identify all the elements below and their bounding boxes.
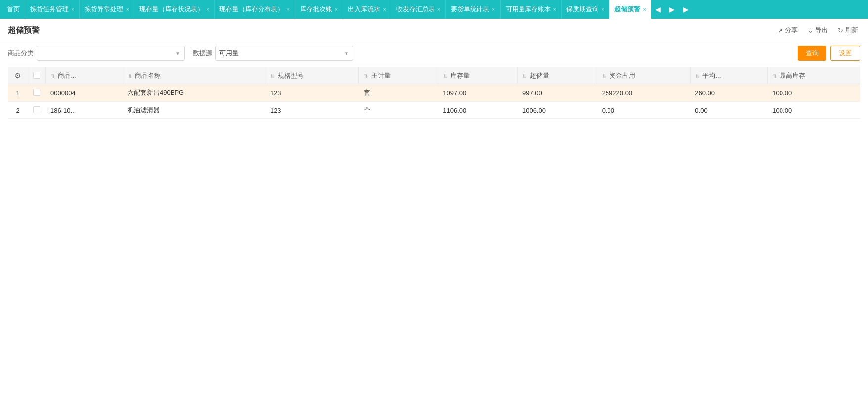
select-all-checkbox[interactable] (33, 72, 40, 79)
nav-item-available[interactable]: 可用量库存账本 × (501, 0, 562, 19)
close-icon[interactable]: × (335, 6, 338, 12)
table-header-row: ⚙ ⇅ 商品... ⇅ 商品名称 ⇅ 规格型号 (8, 67, 860, 84)
nav-item-demand[interactable]: 要货单统计表 × (446, 0, 500, 19)
max-stock: 100.00 (767, 84, 860, 102)
nav-item-task-mgmt[interactable]: 拣货任务管理 × (25, 0, 80, 19)
category-filter: 商品分类 ▼ (8, 46, 185, 61)
category-label: 商品分类 (8, 49, 34, 58)
sort-icon: ⇅ (602, 73, 606, 79)
row-checkbox-cell (28, 102, 45, 119)
datasource-select[interactable]: 可用量 ▼ (215, 46, 353, 61)
nav-item-overstock[interactable]: 超储预警 × (609, 0, 651, 19)
close-icon[interactable]: × (643, 6, 646, 12)
max-stock: 100.00 (767, 102, 860, 119)
nav-item-summary[interactable]: 收发存汇总表 × (391, 0, 446, 19)
chevron-down-icon: ▼ (175, 51, 180, 56)
th-max-stock[interactable]: ⇅ 最高库存 (767, 67, 860, 84)
table-row: 1 0000004 六配套新昌490BPG 123 套 1097.00 997.… (8, 84, 860, 102)
page-header: 超储预警 ↗ 分享 ⇩ 导出 ↻ 刷新 (0, 19, 868, 40)
product-name: 六配套新昌490BPG (123, 84, 265, 102)
page-content: 超储预警 ↗ 分享 ⇩ 导出 ↻ 刷新 商品分类 ▼ 数据源 (0, 19, 868, 395)
sort-icon: ⇅ (128, 73, 132, 79)
avg: 260.00 (690, 84, 767, 102)
row-index: 2 (8, 102, 28, 119)
close-icon[interactable]: × (492, 6, 495, 12)
refresh-button[interactable]: ↻ 刷新 (836, 25, 860, 36)
share-icon: ↗ (778, 27, 783, 34)
nav-expand-arrow[interactable]: ▶ (679, 0, 693, 19)
nav-next-arrow[interactable]: ▶ (665, 0, 679, 19)
product-code: 0000004 (45, 84, 123, 102)
nav-item-exception[interactable]: 拣货异常处理 × (80, 0, 134, 19)
sort-icon: ⇅ (522, 73, 526, 79)
th-product-code[interactable]: ⇅ 商品... (45, 67, 123, 84)
header-actions: ↗ 分享 ⇩ 导出 ↻ 刷新 (776, 25, 860, 36)
row-index: 1 (8, 84, 28, 102)
th-checkbox (28, 67, 45, 84)
unit: 套 (359, 84, 438, 102)
capital-usage: 0.00 (597, 102, 691, 119)
th-overstock[interactable]: ⇅ 超储量 (518, 67, 597, 84)
close-icon[interactable]: × (286, 6, 289, 12)
th-spec[interactable]: ⇅ 规格型号 (265, 67, 359, 84)
datasource-select-value: 可用量 (219, 49, 239, 58)
query-button[interactable]: 查询 (798, 46, 826, 61)
table-row: 2 186-10... 机油滤清器 123 个 1106.00 1006.00 … (8, 102, 860, 119)
nav-item-batch[interactable]: 库存批次账 × (295, 0, 343, 19)
table-container: ⚙ ⇅ 商品... ⇅ 商品名称 ⇅ 规格型号 (0, 67, 868, 119)
filter-actions: 查询 设置 (798, 46, 860, 61)
th-capital[interactable]: ⇅ 资金占用 (597, 67, 691, 84)
category-select[interactable]: ▼ (37, 46, 185, 61)
nav-item-expiry[interactable]: 保质期查询 × (562, 0, 609, 19)
share-button[interactable]: ↗ 分享 (776, 25, 800, 36)
unit: 个 (359, 102, 438, 119)
spec: 123 (265, 84, 359, 102)
avg: 0.00 (690, 102, 767, 119)
close-icon[interactable]: × (601, 6, 604, 12)
export-icon: ⇩ (808, 27, 813, 34)
stock: 1106.00 (438, 102, 518, 119)
sort-icon: ⇅ (51, 73, 55, 79)
capital-usage: 259220.00 (597, 84, 691, 102)
close-icon[interactable]: × (206, 6, 209, 12)
close-icon[interactable]: × (553, 6, 556, 12)
sort-icon: ⇅ (270, 73, 274, 79)
page-title: 超储预警 (8, 25, 40, 36)
top-navigation: 首页 拣货任务管理 × 拣货异常处理 × 现存量（库存状况表） × 现存量（库存… (0, 0, 868, 19)
sort-icon: ⇅ (364, 73, 368, 79)
th-unit[interactable]: ⇅ 主计量 (359, 67, 438, 84)
stock: 1097.00 (438, 84, 518, 102)
sort-icon: ⇅ (443, 73, 447, 79)
datasource-filter: 数据源 可用量 ▼ (193, 46, 353, 61)
row-checkbox-cell (28, 84, 45, 102)
spec: 123 (265, 102, 359, 119)
th-stock[interactable]: ⇅ 库存量 (438, 67, 518, 84)
row-checkbox[interactable] (33, 106, 40, 113)
th-avg[interactable]: ⇅ 平均... (690, 67, 767, 84)
nav-item-stock-status[interactable]: 现存量（库存状况表） × (134, 0, 215, 19)
product-code: 186-10... (45, 102, 123, 119)
export-button[interactable]: ⇩ 导出 (806, 25, 830, 36)
nav-item-home[interactable]: 首页 (2, 0, 25, 19)
filter-area: 商品分类 ▼ 数据源 可用量 ▼ 查询 设置 (0, 40, 868, 67)
sort-icon: ⇅ (695, 73, 699, 79)
close-icon[interactable]: × (383, 6, 386, 12)
datasource-label: 数据源 (193, 49, 212, 58)
chevron-down-icon: ▼ (344, 51, 349, 56)
row-checkbox[interactable] (33, 89, 40, 96)
overstock: 997.00 (518, 84, 597, 102)
nav-prev-arrow[interactable]: ◀ (651, 0, 665, 19)
th-settings[interactable]: ⚙ (8, 67, 28, 84)
sort-icon: ⇅ (773, 73, 777, 79)
nav-item-stock-dist[interactable]: 现存量（库存分布表） × (215, 0, 295, 19)
close-icon[interactable]: × (437, 6, 440, 12)
overstock: 1006.00 (518, 102, 597, 119)
th-product-name[interactable]: ⇅ 商品名称 (123, 67, 265, 84)
overstock-table: ⚙ ⇅ 商品... ⇅ 商品名称 ⇅ 规格型号 (8, 67, 860, 119)
gear-icon[interactable]: ⚙ (14, 71, 21, 79)
refresh-icon: ↻ (838, 27, 843, 34)
close-icon[interactable]: × (126, 6, 129, 12)
close-icon[interactable]: × (71, 6, 74, 12)
settings-button[interactable]: 设置 (830, 46, 860, 61)
nav-item-flow[interactable]: 出入库流水 × (343, 0, 391, 19)
